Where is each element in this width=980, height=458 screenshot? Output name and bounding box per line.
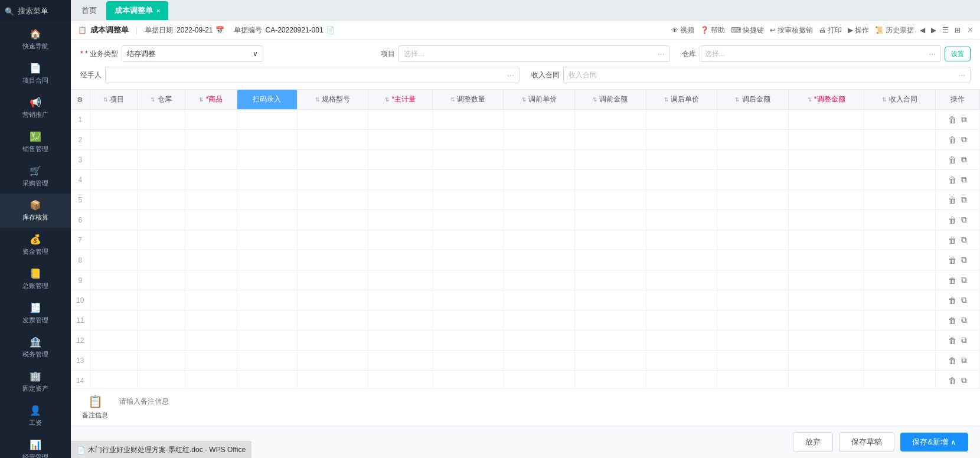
cell-scan[interactable] bbox=[237, 310, 298, 331]
cell-scan[interactable] bbox=[237, 190, 298, 210]
action-operation[interactable]: ▶ 操作 bbox=[848, 25, 869, 35]
cell-goods[interactable] bbox=[185, 190, 237, 210]
sidebar-item-ops-mgmt[interactable]: 📊经营管理 bbox=[0, 433, 71, 458]
sidebar-item-sales-mgmt[interactable]: 💹销售管理 bbox=[0, 125, 71, 159]
cell-pre-amount[interactable] bbox=[575, 290, 646, 310]
sidebar-item-purchase-mgmt[interactable]: 🛒采购管理 bbox=[0, 159, 71, 194]
cell-adjust-amount[interactable] bbox=[788, 210, 864, 230]
agent-dots[interactable]: ··· bbox=[507, 70, 514, 80]
cell-pre-unit-price[interactable] bbox=[504, 170, 575, 190]
cell-project[interactable] bbox=[90, 150, 138, 170]
row-copy-btn[interactable]: ⧉ bbox=[960, 214, 968, 226]
row-delete-btn[interactable]: 🗑 bbox=[947, 134, 958, 146]
sidebar-item-capital-mgmt[interactable]: 💰资金管理 bbox=[0, 228, 71, 262]
cell-scan[interactable] bbox=[237, 371, 298, 388]
sidebar-item-payroll[interactable]: 👤工资 bbox=[0, 399, 71, 433]
row-delete-btn[interactable]: 🗑 bbox=[947, 315, 958, 326]
cell-unit[interactable] bbox=[368, 130, 432, 150]
cell-unit[interactable] bbox=[368, 110, 432, 130]
sidebar-item-fixed-assets[interactable]: 🏢固定资产 bbox=[0, 365, 71, 399]
cell-warehouse[interactable] bbox=[138, 270, 185, 290]
row-copy-btn[interactable]: ⧉ bbox=[960, 374, 968, 387]
cell-scan[interactable] bbox=[237, 331, 298, 351]
cell-spec[interactable] bbox=[297, 290, 368, 310]
cell-post-amount[interactable] bbox=[717, 331, 789, 351]
cell-post-unit-price[interactable] bbox=[646, 351, 717, 371]
row-copy-btn[interactable]: ⧉ bbox=[960, 174, 968, 186]
cell-adjust-amount[interactable] bbox=[788, 270, 864, 290]
cell-adjust-amount[interactable] bbox=[788, 170, 864, 190]
cell-post-unit-price[interactable] bbox=[646, 150, 717, 170]
cell-income-contract[interactable] bbox=[864, 371, 936, 388]
project-input[interactable]: 选择... ··· bbox=[398, 45, 669, 62]
row-delete-btn[interactable]: 🗑 bbox=[947, 295, 958, 306]
cell-post-amount[interactable] bbox=[717, 250, 789, 270]
cell-adjust-qty[interactable] bbox=[432, 150, 504, 170]
row-copy-btn[interactable]: ⧉ bbox=[960, 314, 968, 326]
cell-spec[interactable] bbox=[297, 331, 368, 351]
cell-adjust-amount[interactable] bbox=[788, 150, 864, 170]
cell-post-unit-price[interactable] bbox=[646, 190, 717, 210]
cell-scan[interactable] bbox=[237, 351, 298, 371]
cell-spec[interactable] bbox=[297, 210, 368, 230]
cell-adjust-qty[interactable] bbox=[432, 331, 504, 351]
cell-spec[interactable] bbox=[297, 270, 368, 290]
cell-project[interactable] bbox=[90, 371, 138, 388]
cell-adjust-qty[interactable] bbox=[432, 351, 504, 371]
cell-warehouse[interactable] bbox=[138, 150, 185, 170]
row-delete-btn[interactable]: 🗑 bbox=[947, 375, 958, 387]
cell-adjust-amount[interactable] bbox=[788, 190, 864, 210]
sidebar-item-inventory[interactable]: 📦库存核算 bbox=[0, 194, 71, 228]
cell-goods[interactable] bbox=[185, 130, 237, 150]
cell-warehouse[interactable] bbox=[138, 230, 185, 250]
notes-input[interactable] bbox=[117, 394, 971, 416]
cell-scan[interactable] bbox=[237, 250, 298, 270]
col-settings[interactable]: ⚙ bbox=[71, 90, 90, 110]
cell-post-unit-price[interactable] bbox=[646, 210, 717, 230]
cell-spec[interactable] bbox=[297, 170, 368, 190]
row-delete-btn[interactable]: 🗑 bbox=[947, 154, 958, 166]
cell-adjust-amount[interactable] bbox=[788, 371, 864, 388]
tab-home[interactable]: 首页 bbox=[73, 1, 105, 20]
cell-project[interactable] bbox=[90, 250, 138, 270]
cell-post-amount[interactable] bbox=[717, 230, 789, 250]
row-delete-btn[interactable]: 🗑 bbox=[947, 194, 958, 206]
sidebar-item-general-ledger[interactable]: 📒总账管理 bbox=[0, 262, 71, 296]
cell-adjust-amount[interactable] bbox=[788, 290, 864, 310]
cell-post-amount[interactable] bbox=[717, 150, 789, 170]
cell-goods[interactable] bbox=[185, 150, 237, 170]
cell-post-unit-price[interactable] bbox=[646, 310, 717, 331]
cell-goods[interactable] bbox=[185, 351, 237, 371]
action-print[interactable]: 🖨 打印 bbox=[819, 25, 842, 35]
cell-project[interactable] bbox=[90, 130, 138, 150]
cell-warehouse[interactable] bbox=[138, 210, 185, 230]
discard-button[interactable]: 放弃 bbox=[793, 432, 833, 452]
action-view[interactable]: 👁 视频 bbox=[671, 25, 694, 35]
form-close-btn[interactable]: × bbox=[968, 25, 973, 35]
cell-spec[interactable] bbox=[297, 130, 368, 150]
cell-post-unit-price[interactable] bbox=[646, 331, 717, 351]
cell-scan[interactable] bbox=[237, 290, 298, 310]
cell-warehouse[interactable] bbox=[138, 371, 185, 388]
cell-spec[interactable] bbox=[297, 190, 368, 210]
cell-pre-amount[interactable] bbox=[575, 270, 646, 290]
cell-post-unit-price[interactable] bbox=[646, 170, 717, 190]
row-copy-btn[interactable]: ⧉ bbox=[960, 254, 968, 266]
cell-post-unit-price[interactable] bbox=[646, 130, 717, 150]
row-delete-btn[interactable]: 🗑 bbox=[947, 174, 958, 186]
cell-pre-amount[interactable] bbox=[575, 210, 646, 230]
row-delete-btn[interactable]: 🗑 bbox=[947, 254, 958, 266]
action-shortcut[interactable]: ⌨ 快捷键 bbox=[731, 25, 764, 35]
cell-adjust-qty[interactable] bbox=[432, 190, 504, 210]
income-contract-dots[interactable]: ··· bbox=[958, 70, 965, 80]
cell-spec[interactable] bbox=[297, 150, 368, 170]
cell-unit[interactable] bbox=[368, 150, 432, 170]
cell-goods[interactable] bbox=[185, 371, 237, 388]
row-copy-btn[interactable]: ⧉ bbox=[960, 354, 968, 367]
cell-post-unit-price[interactable] bbox=[646, 230, 717, 250]
cell-adjust-amount[interactable] bbox=[788, 310, 864, 331]
action-help[interactable]: ❓ 帮助 bbox=[700, 25, 725, 35]
cell-pre-amount[interactable] bbox=[575, 190, 646, 210]
cell-pre-amount[interactable] bbox=[575, 130, 646, 150]
cell-scan[interactable] bbox=[237, 230, 298, 250]
